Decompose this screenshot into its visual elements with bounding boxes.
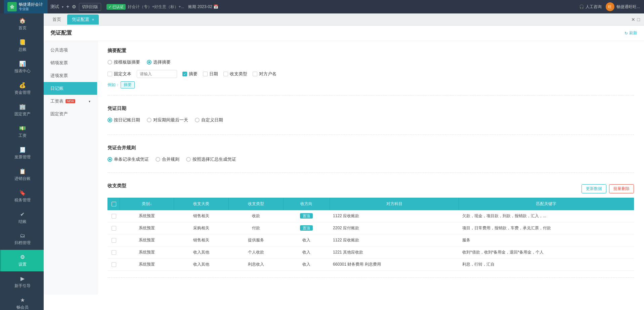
sidebar-item-tax[interactable]: 🔖 税务管理 — [0, 186, 44, 207]
sidebar-item-guide[interactable]: ▶ 新手引导 — [0, 271, 44, 293]
cell-type: 提供服务 — [229, 234, 284, 246]
logo-text: 畅捷通好会计 — [19, 2, 43, 7]
config-nav-fixed[interactable]: 固定资产 — [44, 108, 97, 120]
row-checkbox-1[interactable] — [112, 226, 116, 231]
topbar-badges: ✓ 已认证 好会计（专）+好生意（标）+... — [106, 4, 184, 10]
sidebar-item-member[interactable]: ★ 畅会员 — [0, 293, 44, 310]
radio-template-summary[interactable]: 按模板版摘要 — [108, 59, 140, 65]
username-label: 畅捷通旺旺... — [616, 4, 640, 10]
config-nav-purchase[interactable]: 进项发票 — [44, 69, 97, 82]
tab-home[interactable]: 首页 — [48, 14, 66, 25]
main-layout: 🏠 首页 📒 总账 📊 报表中心 💰 资金管理 🏢 固定资产 💵 工资 🧾 发票… — [0, 13, 644, 310]
example-tag: 摘要 — [121, 81, 135, 88]
sidebar-item-funds[interactable]: 💰 资金管理 — [0, 78, 44, 100]
window-close-button[interactable]: ✕ — [631, 17, 635, 22]
config-nav-journal[interactable]: 日记账 — [44, 82, 97, 95]
checkbox-counterpart[interactable]: 对方户名 — [253, 71, 276, 77]
row-checkbox-0[interactable] — [112, 214, 116, 219]
table-row: 系统预置 采购相关 付款 置顶 2202 应付账款 项目，日常费用，报销款，车费… — [108, 222, 634, 234]
th-category: 类别↓ — [120, 198, 174, 210]
cell-account: 1122 应收账款 — [330, 210, 459, 222]
service-btn[interactable]: 🎧 人工咨询 — [579, 4, 602, 10]
batch-delete-button[interactable]: 批量删除 — [609, 184, 634, 193]
logo-sub: 专业版 — [19, 7, 43, 11]
radio-select-summary[interactable]: 选择摘要 — [147, 59, 171, 65]
radio-custom-date-label: 自定义日期 — [201, 117, 223, 123]
window-max-button[interactable]: □ — [637, 17, 640, 22]
sidebar-item-reports[interactable]: 📊 报表中心 — [0, 56, 44, 78]
cell-direction: 收入 — [284, 259, 330, 271]
sidebar-item-purchase-sales[interactable]: 📋 进销台账 — [0, 164, 44, 186]
cell-major: 采购相关 — [174, 222, 228, 234]
direction-tag[interactable]: 置顶 — [300, 225, 313, 231]
topbar: 会 畅捷通好会计 专业版 测试 ▾ + ⚙ 切到旧版 ✓ 已认证 好会计（专）+… — [0, 0, 644, 13]
th-checkbox — [108, 198, 120, 210]
radio-merge-rules[interactable]: 合并规则 — [156, 156, 179, 162]
switch-version-button[interactable]: 切到旧版 — [79, 3, 101, 11]
sidebar-label-archive: 归档管理 — [14, 240, 31, 246]
checkbox-row: 固定文本 ✓ 摘要 日期 — [108, 70, 634, 78]
badge-product: 好会计（专）+好生意（标）+... — [128, 4, 184, 10]
topbar-add-btn[interactable]: + — [66, 4, 69, 10]
table-row: 系统预置 销售相关 提供服务 收入 1122 应收账款 服务 — [108, 234, 634, 246]
topbar-period: 账期 2023-02 📅 — [188, 4, 218, 10]
checkbox-payment-type-label: 收支类型 — [230, 71, 247, 77]
sidebar-item-ledger[interactable]: 📒 总账 — [0, 35, 44, 56]
sidebar-item-payroll[interactable]: 💵 工资 — [0, 121, 44, 143]
checkbox-fixed-text[interactable]: 固定文本 — [108, 71, 131, 77]
cell-keywords: 服务 — [459, 234, 634, 246]
payment-types-table: 类别↓ 收支大类 收支类型 收方向 对方科目 匹配关键字 — [108, 198, 634, 271]
user-menu[interactable]: 旺 畅捷通旺旺... — [606, 2, 640, 11]
config-nav-payroll[interactable]: 工资表 NEW ▾ — [44, 95, 97, 108]
th-keywords: 匹配关键字 — [459, 198, 634, 210]
select-all-checkbox[interactable] — [112, 202, 116, 206]
sidebar-item-archive[interactable]: 🗂 归档管理 — [0, 229, 44, 250]
checkbox-summary-label: 摘要 — [189, 71, 198, 77]
row-checkbox-4[interactable] — [112, 262, 116, 267]
checkbox-payment-type[interactable]: 收支类型 — [223, 71, 247, 77]
radio-period-last[interactable]: 对应期间最后一天 — [147, 117, 188, 123]
config-nav-sales[interactable]: 销项发票 — [44, 56, 97, 69]
refresh-button[interactable]: ↻ 刷新 — [625, 30, 637, 36]
summary-config-section: 摘要配置 按模板版摘要 选择摘要 — [108, 48, 634, 95]
checkbox-summary[interactable]: ✓ 摘要 — [182, 71, 198, 77]
radio-summary-gen[interactable]: 按照选择汇总生成凭证 — [186, 156, 236, 162]
config-nav-public[interactable]: 公共选项 — [44, 44, 97, 56]
headset-icon: 🎧 — [579, 4, 584, 9]
topbar-gear-icon[interactable]: ⚙ — [72, 4, 76, 9]
page-header: 凭证配置 ↻ 刷新 — [44, 26, 644, 41]
refresh-label: 刷新 — [629, 30, 637, 36]
radio-template-label: 按模板版摘要 — [114, 59, 140, 65]
funds-icon: 💰 — [19, 82, 26, 88]
tab-voucher-label: 凭证配置 — [72, 17, 89, 22]
config-nav-journal-label: 日记账 — [50, 85, 63, 91]
merge-rules-radio-group: 单条记录生成凭证 合并规则 按照选择汇总生成凭证 — [108, 156, 634, 162]
sidebar-item-checkout[interactable]: ✔ 结账 — [0, 207, 44, 229]
cell-category: 系统预置 — [120, 222, 174, 234]
update-data-button[interactable]: 更新数据 — [582, 184, 606, 193]
payroll-icon: 💵 — [19, 125, 26, 131]
radio-custom-date[interactable]: 自定义日期 — [195, 117, 223, 123]
radio-single-record[interactable]: 单条记录生成凭证 — [108, 156, 149, 162]
fixed-text-input[interactable] — [137, 70, 177, 78]
direction-tag[interactable]: 置顶 — [300, 213, 313, 219]
sidebar-item-settings[interactable]: ⚙ 设置 — [0, 250, 44, 271]
cell-major: 销售相关 — [174, 210, 228, 222]
tab-close-icon[interactable]: × — [92, 17, 94, 22]
cell-type: 个人收款 — [229, 246, 284, 259]
sidebar-item-invoice-mgmt[interactable]: 🧾 发票管理 — [0, 143, 44, 164]
tab-voucher-config[interactable]: 凭证配置 × — [67, 14, 99, 25]
logo-text-block: 畅捷通好会计 专业版 — [19, 2, 43, 11]
radio-single-record-label: 单条记录生成凭证 — [114, 156, 149, 162]
avatar: 旺 — [606, 2, 614, 11]
table-row: 系统预置 收入其他 利息收入 收入 660301 财务费用 利息费用 利息，行转… — [108, 259, 634, 271]
checkbox-date[interactable]: 日期 — [203, 71, 218, 77]
radio-custom-date-circle — [195, 118, 200, 122]
cell-category: 系统预置 — [120, 234, 174, 246]
radio-journal-date[interactable]: 按日记账日期 — [108, 117, 140, 123]
content-area: 首页 凭证配置 × ✕ □ 凭证配置 ↻ 刷新 — [44, 13, 644, 310]
sidebar-item-home[interactable]: 🏠 首页 — [0, 13, 44, 35]
row-checkbox-3[interactable] — [112, 250, 116, 255]
row-checkbox-2[interactable] — [112, 238, 116, 243]
sidebar-item-fixed-assets[interactable]: 🏢 固定资产 — [0, 100, 44, 121]
